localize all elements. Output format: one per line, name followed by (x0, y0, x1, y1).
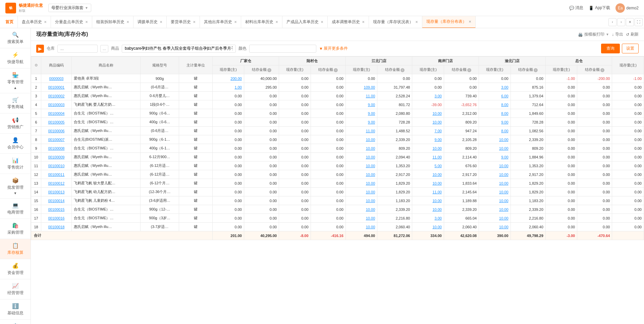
lc-amt-info-icon[interactable]: i (334, 68, 338, 72)
tab-close-icon[interactable]: ✕ (415, 20, 418, 24)
cell-code[interactable]: 00100003 (41, 100, 72, 109)
tab-zcxd-history[interactable]: 组装拆卸单历史 ✕ (92, 16, 133, 28)
cell-jb-qty: 11.00 (345, 92, 377, 100)
cell-code[interactable]: 00100007 (41, 135, 72, 144)
cell-code[interactable]: 00100012 (41, 179, 72, 188)
tab-close-icon[interactable]: ✕ (126, 20, 129, 24)
cell-code[interactable]: 00100016 (41, 214, 72, 223)
tab-kcfb[interactable]: 现存量（库存分布表） ✕ (422, 16, 476, 28)
cell-code[interactable]: 00100002 (41, 92, 72, 100)
tab-close-icon[interactable]: ✕ (193, 20, 196, 24)
sidebar-item-purchase[interactable]: 🛍️ 采购管理 (0, 219, 31, 239)
zc-amt-info-icon[interactable]: i (600, 68, 604, 72)
warehouse-ellipsis-btn[interactable]: ... (100, 45, 108, 52)
fj-amt-info-icon[interactable]: i (267, 68, 271, 72)
cell-lc-amt: 0.00 (311, 127, 345, 135)
cell-jb-qty: 10.00 (345, 170, 377, 179)
cell-code[interactable]: 00100015 (41, 205, 72, 214)
industry-dropdown[interactable]: 母婴行业演示陈套 ▼ (48, 4, 91, 12)
tab-close-icon[interactable]: ✕ (44, 20, 47, 24)
tab-ccrk-history[interactable]: 产成品入库单历史 ✕ (282, 16, 328, 28)
tab-db-history[interactable]: 调拨单历史 ✕ (133, 16, 167, 28)
expand-conditions-btn[interactable]: ▼ 展开更多条件 (319, 46, 348, 51)
cell-fj-amt: 0.00 (244, 161, 279, 170)
sidebar-item-basic-info[interactable]: ℹ️ 基础信息 (0, 299, 31, 320)
cell-zc-amt: 0.00 (577, 214, 612, 223)
goods-input[interactable] (122, 45, 236, 53)
sidebar-item-finance[interactable]: 💰 资金管理 (0, 259, 31, 279)
gear-icon[interactable]: ⚙ (35, 63, 38, 67)
cell-code[interactable]: 00100001 (41, 83, 72, 92)
cell-na-amt: 0.00 (444, 74, 479, 83)
export-btn[interactable]: ↓ 导出 (612, 32, 623, 37)
th-yubei-store: 渝北门店 (479, 57, 546, 65)
goods-label: 商品 (111, 46, 119, 51)
sidebar-item-mall[interactable]: 🛒 零售商城 (0, 93, 31, 113)
sidebar-item-wholesale[interactable]: 📦 批发管理 ▼ (0, 174, 31, 199)
tab-close-icon[interactable]: ✕ (469, 20, 471, 24)
sidebar-item-inventory[interactable]: 📋 库存核算 (0, 239, 31, 259)
sidebar-item-retail-stats[interactable]: 📊 零售统计 (0, 154, 31, 174)
tab-clck-history[interactable]: 材料出库单历史 ✕ (241, 16, 282, 28)
table-row: 10 00100009 惠氏启赋（Wyeth illu… 6-12月900… 罐… (31, 153, 644, 161)
cell-code[interactable]: 00100010 (41, 161, 72, 170)
cell-code[interactable]: 00100013 (41, 188, 72, 196)
cell-code[interactable]: 0000003 (41, 74, 72, 83)
message-btn[interactable]: 💬 消息 (569, 5, 583, 11)
tab-cbtj-history[interactable]: 成本调整单历史 ✕ (328, 16, 369, 28)
jb-amt-info-icon[interactable]: i (400, 68, 405, 72)
tab-yh-history[interactable]: 要货单历史 ✕ (167, 16, 200, 28)
tab-fl-history[interactable]: 分量盘点单历史 ✕ (51, 16, 92, 28)
settings-btn[interactable]: 设置 (622, 44, 639, 53)
color-input[interactable] (249, 45, 316, 53)
user-avatar-area[interactable]: Ea demo2 (615, 3, 639, 13)
sidebar-item-nav[interactable]: ⚡ 快捷导航 (0, 48, 31, 68)
cell-zc-qty: 0.00 (545, 170, 577, 179)
query-btn[interactable]: 查询 (601, 44, 620, 53)
sidebar-item-system[interactable]: ⚙️ 系统管理 (0, 320, 31, 324)
cell-code[interactable]: 00100006 (41, 127, 72, 135)
tab-close-icon[interactable]: ✕ (85, 20, 88, 24)
tab-close-icon[interactable]: ✕ (321, 20, 323, 24)
cell-code[interactable]: 00100014 (41, 196, 72, 205)
warehouse-input[interactable] (57, 45, 98, 53)
tab-kczk[interactable]: 现存量（库存状况表） ✕ (369, 16, 422, 28)
cell-code[interactable]: 00100009 (41, 153, 72, 161)
tab-close-icon[interactable]: ✕ (160, 20, 162, 24)
cell-na-qty: 11.00 (412, 188, 444, 196)
print-btn[interactable]: 🖨️ 按模板打印 ▼ (578, 32, 609, 37)
tab-close-icon[interactable]: ✕ (362, 20, 365, 24)
table-row: 1 0000003 爱他美 卓萃3段 900g 罐 200.00 40,000.… (31, 74, 644, 83)
tab-home[interactable]: 首页 (1, 16, 18, 28)
app-download-btn[interactable]: 📱 App下载 (589, 5, 610, 11)
sidebar-item-retail-mgmt[interactable]: 🏪 零售管理 ▲ (0, 68, 31, 93)
sidebar-item-ecommerce[interactable]: 💻 电商管理 (0, 199, 31, 219)
sidebar-item-member[interactable]: 👤 会员中心 (0, 134, 31, 154)
cell-fj-amt: 0.00 (244, 92, 279, 100)
cell-spec: 900g（12-… (141, 205, 179, 214)
refresh-btn[interactable]: ↺ 刷新 (626, 32, 639, 37)
filter-toggle-btn[interactable]: ▶ (36, 45, 44, 53)
sidebar-item-marketing[interactable]: 📢 营销推广 (0, 113, 31, 134)
cell-code[interactable]: 00100005 (41, 118, 72, 127)
nav-close-btn[interactable]: ✕ (626, 18, 634, 26)
cell-code[interactable]: 00100018 (41, 223, 72, 231)
th-lc-amt: 结存金额i (311, 65, 345, 74)
sidebar-item-search[interactable]: 🔍 搜索英单 (0, 28, 31, 48)
tab-qtck-history[interactable]: 其他出库单历史 ✕ (200, 16, 241, 28)
cell-code[interactable]: 00100011 (41, 170, 72, 179)
na-amt-info-icon[interactable]: i (467, 68, 471, 72)
tab-close-icon[interactable]: ✕ (275, 20, 278, 24)
tab-pdd-history[interactable]: 盘点单历史 ✕ (18, 16, 51, 28)
cell-code[interactable]: 00100008 (41, 144, 72, 153)
sidebar-item-operations[interactable]: 📈 经营管理 (0, 279, 31, 299)
nav-next-btn[interactable]: › (617, 18, 625, 26)
cell-zc-qty: 0.00 (545, 153, 577, 161)
tab-close-icon[interactable]: ✕ (234, 20, 237, 24)
yb-amt-info-icon[interactable]: i (534, 68, 538, 72)
nav-prev-btn[interactable]: ‹ (608, 18, 616, 26)
cell-na-amt: 0.00 (444, 83, 479, 92)
nav-expand-btn[interactable]: ⛶ (635, 18, 643, 26)
cell-yb-qty: 10.00 (479, 179, 511, 188)
cell-code[interactable]: 00100004 (41, 109, 72, 118)
